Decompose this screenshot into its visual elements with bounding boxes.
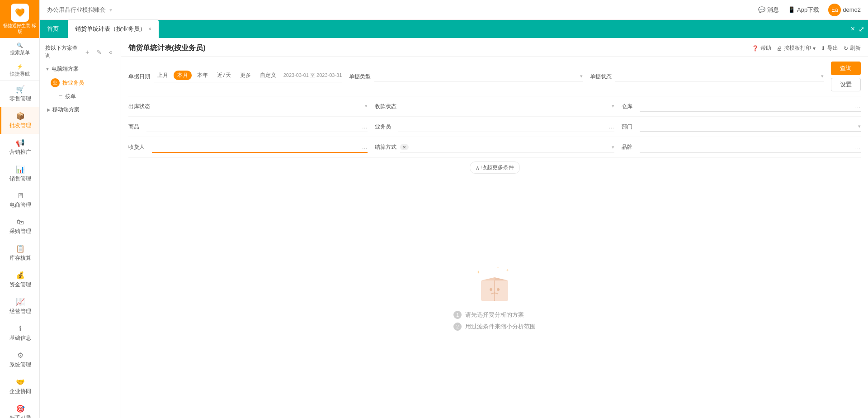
plan-group-mobile: ▶ 移动端方案	[40, 103, 121, 116]
sidebar-item-sales[interactable]: 📊 销售管理	[0, 161, 39, 187]
recipient-dots: …	[362, 143, 368, 150]
dept-label: 部门	[622, 123, 636, 131]
add-plan-button[interactable]: +	[83, 48, 92, 57]
doc-type-arrow: ▾	[580, 73, 583, 79]
collapse-button[interactable]: ∧ 收起更多条件	[470, 162, 520, 174]
sidebar-item-coop[interactable]: 🤝 企业协同	[0, 373, 39, 400]
recipient-cell: 收货人 …	[128, 142, 368, 153]
recipient-input[interactable]: …	[152, 142, 368, 153]
tab-home[interactable]: 首页	[40, 20, 66, 38]
plan-sub-icon: ≡	[59, 93, 62, 100]
tab-expand-button[interactable]: ⤢	[859, 25, 864, 33]
sidebar-item-retail[interactable]: 🛒 零售管理	[0, 81, 39, 107]
newbie-icon: 🎯	[16, 404, 25, 413]
brand-cell: 品牌 …	[622, 142, 861, 153]
quick-nav-icon: ⚡	[17, 64, 23, 70]
brand-label: 品牌	[622, 143, 636, 151]
tab-close-button[interactable]: ×	[851, 25, 855, 33]
payment-status-dropdown[interactable]: ▾	[402, 101, 614, 111]
staff-input[interactable]: …	[398, 121, 614, 132]
retail-icon: 🛒	[16, 85, 25, 94]
messages-button[interactable]: 💬 消息	[758, 6, 779, 14]
avatar: Ea	[828, 4, 841, 16]
sidebar-item-quick-nav[interactable]: ⚡ 快捷导航	[0, 60, 39, 81]
empty-state: ✦ ✦ ✦ 1 请先选择要分析的方案 2	[121, 177, 868, 418]
goods-input[interactable]: …	[146, 121, 368, 132]
sidebar-item-wholesale[interactable]: 📦 批发管理	[0, 107, 39, 134]
svg-text:✦: ✦	[497, 266, 499, 269]
sidebar-item-basic[interactable]: ℹ 基础信息	[0, 320, 39, 347]
doc-type-label: 单据类型	[349, 73, 371, 81]
delivery-status-dropdown[interactable]: ▾	[156, 101, 368, 111]
edit-plan-button[interactable]: ✎	[94, 48, 104, 57]
sidebar-item-finance[interactable]: 💰 资金管理	[0, 266, 39, 293]
settlement-arrow: ▾	[612, 144, 614, 150]
settlement-tag-x[interactable]: ×	[403, 144, 406, 150]
top-bar: 办公用品行业模拟账套 ▾ 💬 消息 📱 App下载 Ea demo2	[40, 0, 868, 20]
marketing-icon: 📢	[16, 138, 25, 147]
content-area: 按以下方案查询 + ✎ « ▼ 电脑端方案 业 按业务员 ≡	[40, 38, 868, 418]
date-tab-custom[interactable]: 自定义	[256, 71, 280, 80]
plan-item-by-staff[interactable]: 业 按业务员	[40, 76, 121, 90]
dept-dropdown[interactable]: ▾	[640, 122, 861, 132]
sidebar-item-search[interactable]: 🔍 搜索菜单	[0, 38, 39, 60]
delivery-status-cell: 出库状态 ▾	[128, 101, 368, 111]
left-panel-icons: + ✎ «	[83, 48, 115, 57]
sidebar-item-marketing[interactable]: 📢 营销推广	[0, 134, 39, 161]
sidebar-item-newbie[interactable]: 🎯 新手引导	[0, 400, 39, 418]
mobile-group-arrow: ▶	[47, 107, 51, 112]
tab-close-icon[interactable]: ×	[148, 26, 151, 32]
brand-input[interactable]: …	[640, 142, 861, 153]
settlement-dropdown[interactable]: × ▾	[400, 142, 614, 152]
tab-bar-actions: × ⤢	[851, 25, 868, 33]
date-tab-last-7-days[interactable]: 近7天	[213, 71, 235, 80]
sidebar-item-operations[interactable]: 📈 经营管理	[0, 293, 39, 320]
refresh-button[interactable]: ↻ 刷新	[844, 44, 861, 52]
date-filter-cell: 单据日期 上月 本月 本年 近7天 更多 自定义 2023-03-01 至 20…	[128, 71, 342, 82]
doc-type-dropdown[interactable]: ▾	[374, 71, 583, 81]
main-right: 销货单统计表(按业务员) ❓ 帮助 🖨 按模板打印 ▾ ⬇ 导出	[121, 38, 868, 418]
sidebar-item-ecommerce[interactable]: 🖥 电商管理	[0, 187, 39, 214]
empty-tip-1: 1 请先选择要分析的方案	[453, 311, 536, 319]
refresh-icon: ↻	[844, 45, 848, 52]
collapse-panel-button[interactable]: «	[106, 48, 115, 57]
user-menu[interactable]: Ea demo2	[828, 4, 861, 16]
goods-cell: 商品 …	[128, 121, 368, 132]
template-print-button[interactable]: 🖨 按模板打印 ▾	[777, 44, 816, 52]
breadcrumb: 办公用品行业模拟账套	[47, 6, 106, 14]
basic-icon: ℹ	[19, 324, 22, 333]
plan-group-pc-header[interactable]: ▼ 电脑端方案	[40, 62, 121, 76]
wholesale-icon: 📦	[16, 112, 25, 120]
doc-status-dropdown[interactable]: ▾	[615, 71, 824, 81]
breadcrumb-arrow: ▾	[109, 7, 112, 13]
export-icon: ⬇	[821, 45, 826, 52]
date-tab-this-year[interactable]: 本年	[193, 71, 212, 80]
query-button[interactable]: 查询	[831, 62, 861, 75]
warehouse-input[interactable]: …	[640, 101, 861, 112]
sidebar-item-system[interactable]: ⚙ 系统管理	[0, 347, 39, 373]
tip2-text: 用过滤条件来缩小分析范围	[465, 323, 536, 331]
settlement-label: 结算方式	[375, 143, 396, 151]
export-button[interactable]: ⬇ 导出	[821, 44, 838, 52]
help-icon: ❓	[752, 45, 759, 52]
help-button[interactable]: ❓ 帮助	[752, 44, 771, 52]
purchase-icon: 🛍	[17, 218, 24, 226]
ecommerce-icon: 🖥	[17, 192, 24, 200]
logo-area[interactable]: 🧡 畅捷通好生意 标版	[0, 0, 39, 38]
app-download-button[interactable]: 📱 App下载	[788, 6, 819, 14]
date-tab-more[interactable]: 更多	[236, 71, 255, 80]
staff-label: 业务员	[375, 123, 395, 131]
finance-icon: 💰	[16, 271, 25, 280]
plan-group-mobile-header[interactable]: ▶ 移动端方案	[40, 103, 121, 116]
date-tab-last-month[interactable]: 上月	[154, 71, 172, 80]
sidebar-item-inventory[interactable]: 📋 库存核算	[0, 240, 39, 266]
date-tab-this-month[interactable]: 本月	[174, 71, 192, 80]
sidebar-item-purchase[interactable]: 🛍 采购管理	[0, 214, 39, 240]
date-tabs: 上月 本月 本年 近7天 更多 自定义 2023-03-01 至 2023-03…	[154, 71, 342, 82]
message-icon: 💬	[758, 6, 765, 13]
download-icon: 📱	[788, 6, 795, 13]
print-icon: 🖨	[777, 45, 782, 52]
tab-sales-stats[interactable]: 销货单统计表（按业务员） ×	[68, 20, 159, 38]
plan-sub-item-by-order[interactable]: ≡ 按单	[40, 90, 121, 103]
settings-button[interactable]: 设置	[831, 78, 861, 91]
